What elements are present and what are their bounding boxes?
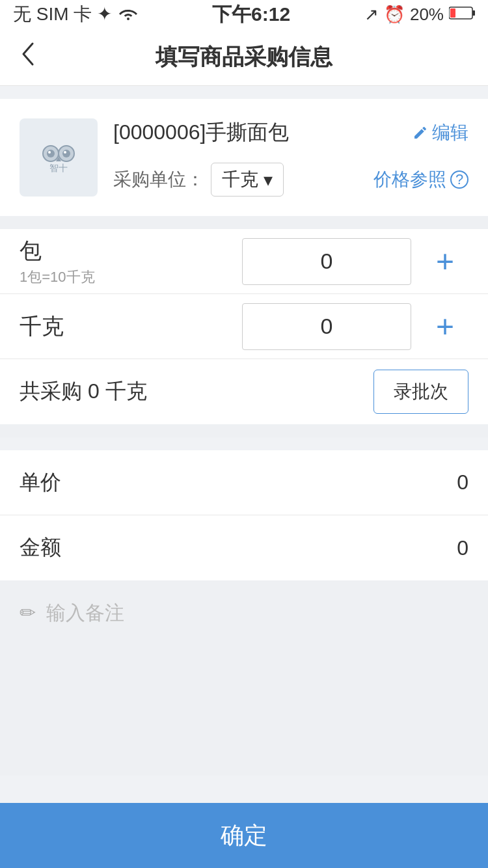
svg-point-5 <box>47 150 55 157</box>
edit-button[interactable]: 编辑 <box>413 120 468 145</box>
price-section: 单价 0 金额 0 <box>0 450 488 580</box>
battery-percentage: 20% <box>410 5 444 25</box>
kg-quantity-input[interactable]: 0 <box>242 303 411 350</box>
kg-label: 千克 <box>20 312 98 342</box>
kg-plus-button[interactable]: + <box>422 303 468 350</box>
product-card: 智十 [0000006]手撕面包 编辑 采购单位： 千克 ▾ 价格参照 ? <box>0 99 488 216</box>
input-section: 包 1包=10千克 0 + 千克 0 + 共采购 0 千克 录批次 <box>0 229 488 424</box>
unit-select[interactable]: 千克 ▾ <box>211 163 284 197</box>
unit-price-value: 0 <box>457 470 468 495</box>
battery-icon <box>449 5 475 25</box>
question-icon: ? <box>450 170 468 189</box>
product-name: [0000006]手撕面包 <box>113 118 289 147</box>
wifi-icon <box>118 4 138 25</box>
kg-input-row: 千克 0 + <box>0 294 488 359</box>
alarm-icon: ⏰ <box>384 5 405 25</box>
bag-plus-button[interactable]: + <box>422 238 468 285</box>
signal-text: 无 SIM 卡 ✦ <box>13 2 112 27</box>
status-right: ↗ ⏰ 20% <box>364 5 475 25</box>
unit-price-label: 单价 <box>20 468 61 497</box>
nav-bar: 填写商品采购信息 <box>0 29 488 86</box>
location-icon: ↗ <box>364 5 379 25</box>
svg-text:智十: 智十 <box>49 163 68 173</box>
svg-point-6 <box>62 150 70 157</box>
unit-label: 采购单位： <box>113 167 204 192</box>
svg-point-7 <box>48 151 51 154</box>
notes-section[interactable]: ✏ 输入备注 <box>0 580 488 776</box>
confirm-label: 确定 <box>221 820 267 852</box>
svg-rect-2 <box>450 8 455 18</box>
product-header: [0000006]手撕面包 编辑 <box>113 118 468 147</box>
svg-point-8 <box>64 151 66 154</box>
kg-input-right: 0 + <box>98 303 468 350</box>
amount-row: 金额 0 <box>0 515 488 580</box>
bag-input-row: 包 1包=10千克 0 + <box>0 229 488 294</box>
dropdown-icon: ▾ <box>264 169 273 191</box>
product-unit-row: 采购单位： 千克 ▾ 价格参照 ? <box>113 163 468 197</box>
bag-quantity-input[interactable]: 0 <box>242 238 411 285</box>
svg-rect-1 <box>472 10 475 16</box>
confirm-button[interactable]: 确定 <box>0 803 488 868</box>
section-divider-1 <box>0 216 488 229</box>
price-ref-button[interactable]: 价格参照 ? <box>373 167 468 192</box>
batch-button[interactable]: 录批次 <box>373 370 468 414</box>
amount-value: 0 <box>457 536 468 560</box>
status-bar: 无 SIM 卡 ✦ 下午6:12 ↗ ⏰ 20% <box>0 0 488 29</box>
pencil-icon: ✏ <box>20 601 36 624</box>
notes-placeholder: 输入备注 <box>46 600 124 627</box>
section-divider-2 <box>0 424 488 437</box>
product-details: [0000006]手撕面包 编辑 采购单位： 千克 ▾ 价格参照 ? <box>113 118 468 197</box>
bag-label: 包 1包=10千克 <box>20 236 98 287</box>
status-time: 下午6:12 <box>212 1 290 28</box>
amount-label: 金额 <box>20 534 61 562</box>
summary-text: 共采购 0 千克 <box>20 377 147 406</box>
unit-price-row: 单价 0 <box>0 450 488 515</box>
back-button[interactable] <box>20 41 35 73</box>
product-image: 智十 <box>20 118 98 197</box>
bag-input-right: 0 + <box>98 238 468 285</box>
summary-row: 共采购 0 千克 录批次 <box>0 359 488 424</box>
page-title: 填写商品采购信息 <box>156 42 332 72</box>
status-left: 无 SIM 卡 ✦ <box>13 2 138 27</box>
